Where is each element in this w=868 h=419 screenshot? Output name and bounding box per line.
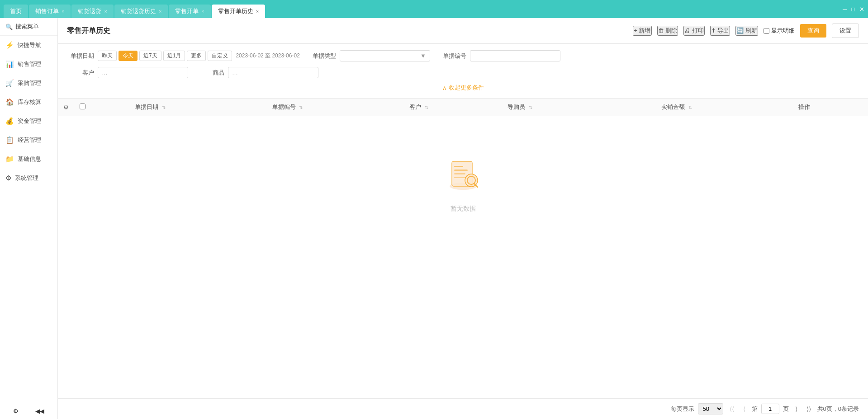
maximize-btn[interactable]: □ xyxy=(851,6,855,13)
column-settings[interactable]: ⚙ xyxy=(58,99,74,116)
display-detail-label: 显示明细 xyxy=(771,27,795,35)
page-input[interactable] xyxy=(761,404,779,414)
page-label: 第 xyxy=(752,405,758,413)
column-amount[interactable]: 实销金额 ⇅ xyxy=(656,99,793,116)
tab-home[interactable]: 首页 xyxy=(4,5,28,18)
customer-label: 客户 xyxy=(67,69,94,77)
per-page-label: 每页显示 xyxy=(671,405,694,413)
collapse-label: 收起更多条件 xyxy=(449,84,484,92)
sidebar-search-label: 搜索菜单 xyxy=(15,23,39,31)
prev-page-btn[interactable]: ⟨ xyxy=(740,405,748,414)
collapse-sidebar-btn[interactable]: ◀◀ xyxy=(35,408,44,414)
sidebar-item-purchase-mgmt[interactable]: 🛒采购管理 xyxy=(0,74,57,93)
number-filter: 单据编号 xyxy=(439,50,560,61)
query-button[interactable]: 查询 xyxy=(800,24,826,38)
type-arrow-icon: ▼ xyxy=(420,52,426,59)
sidebar-item-quick-nav[interactable]: ⚡快捷导航 xyxy=(0,36,57,55)
data-table: ⚙ 单据日期 ⇅ 单据编号 ⇅ 客户 xyxy=(58,99,868,116)
content-area: 零售开单历史 + 新增 🗑 删除 🖨 打印 ⬆ 导出 🔄 刷新 显示明细 查询 … xyxy=(58,18,868,419)
goods-filter: 商品 … xyxy=(197,67,318,78)
sidebar-item-inventory[interactable]: 🏠库存核算 xyxy=(0,93,57,112)
column-number[interactable]: 单据编号 ⇅ xyxy=(267,99,404,116)
settings-icon[interactable]: ⚙ xyxy=(13,408,19,414)
page-unit: 页 xyxy=(783,405,789,413)
next-page-btn[interactable]: ⟩ xyxy=(792,405,800,414)
date-btn-自定义[interactable]: 自定义 xyxy=(208,51,232,61)
top-bar: 首页销售订单×销货退货×销货退货历史×零售开单×零售开单历史× ─ □ ✕ xyxy=(0,0,868,18)
tab-retail-open-history[interactable]: 零售开单历史× xyxy=(212,5,265,18)
last-page-btn[interactable]: ⟩⟩ xyxy=(804,405,814,414)
type-label: 单据类型 xyxy=(309,52,336,60)
sidebar: 🔍 搜索菜单 ⚡快捷导航📊销售管理🛒采购管理🏠库存核算💰资金管理📋经营管理📁基础… xyxy=(0,18,58,419)
sidebar-label-inventory: 库存核算 xyxy=(18,98,41,106)
tab-close-sales-return[interactable]: × xyxy=(104,9,107,14)
svg-rect-5 xyxy=(454,177,467,178)
sidebar-label-purchase-mgmt: 采购管理 xyxy=(18,79,41,87)
tab-close-sales-return-history[interactable]: × xyxy=(159,9,161,14)
ops-mgmt-icon: 📋 xyxy=(5,136,14,144)
pagination: 每页显示 102050100 ⟨⟨ ⟨ 第 页 ⟩ ⟩⟩ 共0页，0条记录 xyxy=(58,398,868,419)
export-button[interactable]: ⬆ 导出 xyxy=(710,26,730,36)
select-all-checkbox[interactable] xyxy=(80,104,85,109)
date-btn-今天[interactable]: 今天 xyxy=(119,51,138,61)
first-page-btn[interactable]: ⟨⟨ xyxy=(727,405,737,414)
sidebar-item-sales-mgmt[interactable]: 📊销售管理 xyxy=(0,55,57,74)
display-detail-toggle[interactable]: 显示明细 xyxy=(764,27,795,35)
column-date[interactable]: 单据日期 ⇅ xyxy=(129,99,266,116)
svg-rect-4 xyxy=(454,173,465,174)
window-controls: ─ □ ✕ xyxy=(843,6,864,13)
sidebar-label-ops-mgmt: 经营管理 xyxy=(18,136,41,144)
column-guide[interactable]: 导购员 ⇅ xyxy=(502,99,620,116)
sidebar-item-sys-mgmt[interactable]: ⚙系统管理 xyxy=(0,169,57,188)
collapse-btn[interactable]: ∧ 收起更多条件 xyxy=(67,84,859,92)
filter-row-2: 客户 … 商品 … xyxy=(67,67,859,78)
date-btn-近1月[interactable]: 近1月 xyxy=(163,51,185,61)
date-filter: 单据日期 昨天今天近7天近1月更多自定义 2023-06-02 至 2023-0… xyxy=(67,51,300,61)
svg-rect-2 xyxy=(454,166,463,167)
type-filter: 单据类型 ▼ xyxy=(309,50,430,61)
sidebar-item-finance[interactable]: 💰资金管理 xyxy=(0,112,57,131)
filter-area: 单据日期 昨天今天近7天近1月更多自定义 2023-06-02 至 2023-0… xyxy=(58,44,868,99)
sidebar-search[interactable]: 🔍 搜索菜单 xyxy=(0,18,57,36)
goods-label: 商品 xyxy=(197,69,224,77)
sidebar-item-base-info[interactable]: 📁基础信息 xyxy=(0,150,57,169)
tab-sales-return-history[interactable]: 销货退货历史× xyxy=(114,5,168,18)
purchase-mgmt-icon: 🛒 xyxy=(5,79,14,87)
minimize-btn[interactable]: ─ xyxy=(843,6,847,13)
tab-close-retail-open[interactable]: × xyxy=(201,9,204,14)
sidebar-item-ops-mgmt[interactable]: 📋经营管理 xyxy=(0,131,57,150)
date-btn-更多[interactable]: 更多 xyxy=(187,51,206,61)
sidebar-label-quick-nav: 快捷导航 xyxy=(18,41,41,49)
empty-text: 暂无数据 xyxy=(451,205,476,213)
print-button[interactable]: 🖨 打印 xyxy=(683,26,705,36)
refresh-button[interactable]: 🔄 刷新 xyxy=(735,26,758,36)
tab-close-retail-open-history[interactable]: × xyxy=(256,9,259,14)
column-customer[interactable]: 客户 ⇅ xyxy=(404,99,502,116)
page-size-select[interactable]: 102050100 xyxy=(698,403,723,414)
tab-sales-order[interactable]: 销售订单× xyxy=(29,5,71,18)
tab-sales-return[interactable]: 销货退货× xyxy=(71,5,113,18)
sales-mgmt-icon: 📊 xyxy=(5,60,14,68)
goods-input[interactable]: … xyxy=(228,67,318,78)
date-btn-近7天[interactable]: 近7天 xyxy=(139,51,161,61)
settings-filter-button[interactable]: 设置 xyxy=(832,24,859,38)
display-detail-checkbox[interactable] xyxy=(764,28,769,34)
quick-nav-icon: ⚡ xyxy=(5,41,14,49)
page-header: 零售开单历史 + 新增 🗑 删除 🖨 打印 ⬆ 导出 🔄 刷新 显示明细 查询 … xyxy=(58,18,868,44)
delete-button[interactable]: 🗑 删除 xyxy=(657,26,678,36)
sidebar-label-sys-mgmt: 系统管理 xyxy=(15,174,38,182)
empty-icon xyxy=(441,152,486,198)
date-buttons: 昨天今天近7天近1月更多自定义 xyxy=(98,51,232,61)
type-select[interactable]: ▼ xyxy=(340,50,430,61)
sort-date-icon: ⇅ xyxy=(162,105,166,110)
search-icon: 🔍 xyxy=(5,24,13,30)
number-input[interactable] xyxy=(470,50,560,61)
column-checkbox[interactable] xyxy=(74,99,129,116)
tab-retail-open[interactable]: 零售开单× xyxy=(169,5,210,18)
close-btn[interactable]: ✕ xyxy=(859,6,864,13)
tab-close-sales-order[interactable]: × xyxy=(62,9,64,14)
table-area: ⚙ 单据日期 ⇅ 单据编号 ⇅ 客户 xyxy=(58,99,868,419)
add-button[interactable]: + 新增 xyxy=(633,26,651,36)
date-btn-昨天[interactable]: 昨天 xyxy=(98,51,117,61)
customer-input[interactable]: … xyxy=(98,67,188,78)
